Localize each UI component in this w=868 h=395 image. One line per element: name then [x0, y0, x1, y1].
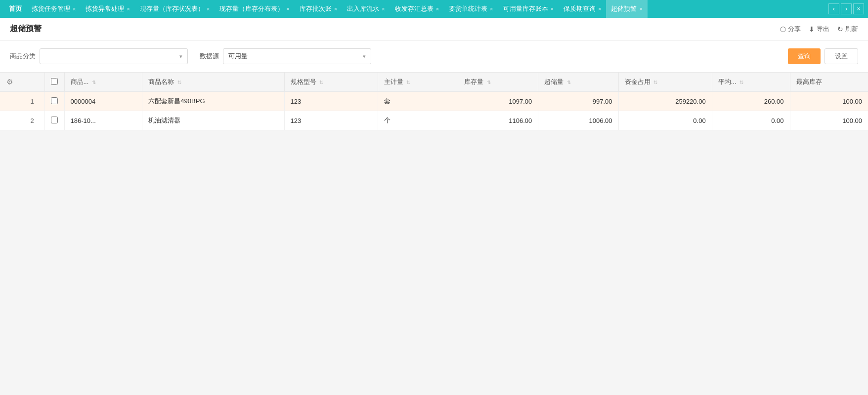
- th-avg[interactable]: 平均... ⇅: [712, 73, 790, 92]
- nav-in-out-flow[interactable]: 出入库流水 ×: [342, 0, 390, 18]
- th-settings[interactable]: ⚙: [0, 73, 20, 92]
- page-header: 超储预警 ⬡ 分享 ⬇ 导出 ↻ 刷新: [0, 18, 868, 40]
- row-checkbox[interactable]: [51, 97, 58, 104]
- nav-exception[interactable]: 拣货异常处理 ×: [81, 0, 134, 18]
- nav-close-icon[interactable]: ×: [73, 6, 76, 12]
- nav-batch-account-label: 库存批次账: [300, 4, 332, 13]
- th-max-stock-label: 最高库存: [796, 78, 822, 85]
- th-overstock-qty[interactable]: 超储量 ⇅: [538, 73, 618, 92]
- sort-icon: ⇅: [319, 79, 323, 85]
- nav-close-icon[interactable]: ×: [382, 6, 385, 12]
- th-product-code-label: 商品...: [71, 78, 89, 85]
- row-settings-cell: [0, 111, 20, 130]
- th-stock-qty[interactable]: 库存量 ⇅: [458, 73, 538, 92]
- header-actions: ⬡ 分享 ⬇ 导出 ↻ 刷新: [780, 25, 858, 34]
- export-label: 导出: [817, 25, 829, 34]
- export-icon: ⬇: [809, 25, 815, 33]
- nav-close-icon[interactable]: ×: [127, 6, 130, 12]
- page-title: 超储预警: [10, 24, 42, 34]
- datasource-filter-group: 数据源 可用量 ▾: [200, 48, 371, 64]
- row-index: 1: [20, 92, 44, 111]
- nav-arrow-right[interactable]: ›: [841, 3, 852, 14]
- export-button[interactable]: ⬇ 导出: [809, 25, 829, 34]
- nav-arrow-more[interactable]: ×: [853, 3, 864, 14]
- sort-icon: ⇅: [739, 79, 743, 85]
- row-overstock-qty: 997.00: [538, 92, 618, 111]
- select-all-checkbox[interactable]: [51, 78, 58, 85]
- nav-close-icon[interactable]: ×: [551, 6, 554, 12]
- nav-exception-label: 拣货异常处理: [86, 4, 124, 13]
- gear-icon[interactable]: ⚙: [6, 78, 13, 86]
- datasource-select[interactable]: 可用量 ▾: [223, 48, 371, 64]
- refresh-button[interactable]: ↻ 刷新: [837, 25, 858, 34]
- nav-stock-dist[interactable]: 现存量（库存分布表） ×: [215, 0, 294, 18]
- share-button[interactable]: ⬡ 分享: [780, 25, 801, 34]
- nav-home-label: 首页: [9, 4, 22, 13]
- row-overstock-qty: 1006.00: [538, 111, 618, 130]
- nav-batch-account[interactable]: 库存批次账 ×: [295, 0, 342, 18]
- nav-order-stats[interactable]: 要货单统计表 ×: [444, 0, 498, 18]
- category-select[interactable]: ▾: [40, 48, 188, 64]
- nav-task-mgmt-label: 拣货任务管理: [32, 4, 70, 13]
- nav-close-icon[interactable]: ×: [490, 6, 493, 12]
- row-checkbox-cell[interactable]: [44, 111, 64, 130]
- refresh-icon: ↻: [837, 25, 843, 33]
- nav-available-stock[interactable]: 可用量库存账本 ×: [498, 0, 559, 18]
- nav-close-icon[interactable]: ×: [334, 6, 337, 12]
- row-unit: 套: [378, 92, 458, 111]
- nav-close-icon[interactable]: ×: [639, 6, 642, 12]
- row-spec: 123: [284, 111, 378, 130]
- th-stock-qty-label: 库存量: [464, 78, 483, 85]
- th-capital-usage-label: 资金占用: [625, 78, 651, 85]
- nav-close-icon[interactable]: ×: [436, 6, 439, 12]
- chevron-down-icon: ▾: [363, 53, 366, 60]
- row-spec: 123: [284, 92, 378, 111]
- nav-arrow-left[interactable]: ‹: [828, 3, 839, 14]
- nav-overstock-alert-label: 超储预警: [611, 4, 637, 13]
- nav-home[interactable]: 首页: [4, 0, 27, 18]
- nav-close-icon[interactable]: ×: [598, 6, 601, 12]
- row-avg: 260.00: [712, 92, 790, 111]
- row-capital-usage: 259220.00: [618, 92, 712, 111]
- datasource-select-value: 可用量: [228, 52, 248, 61]
- row-checkbox[interactable]: [51, 117, 58, 123]
- sort-icon: ⇅: [92, 79, 96, 85]
- th-max-stock[interactable]: 最高库存: [790, 73, 868, 92]
- nav-expiry-query[interactable]: 保质期查询 ×: [559, 0, 606, 18]
- nav-expiry-query-label: 保质期查询: [564, 4, 596, 13]
- overstock-table: ⚙ 商品... ⇅ 商品名称 ⇅ 规格型号 ⇅: [0, 73, 868, 130]
- nav-summary-table[interactable]: 收发存汇总表 ×: [390, 0, 444, 18]
- nav-stock-status-label: 现存量（库存状况表）: [140, 4, 204, 13]
- th-capital-usage[interactable]: 资金占用 ⇅: [618, 73, 712, 92]
- th-spec[interactable]: 规格型号 ⇅: [284, 73, 378, 92]
- table-row: 1 0000004 六配套新昌490BPG 123 套 1097.00 997.…: [0, 92, 868, 111]
- th-product-name[interactable]: 商品名称 ⇅: [142, 73, 284, 92]
- filter-area: 商品分类 ▾ 数据源 可用量 ▾ 查询 设置: [0, 40, 868, 73]
- share-icon: ⬡: [780, 25, 786, 33]
- nav-task-mgmt[interactable]: 拣货任务管理 ×: [27, 0, 81, 18]
- th-avg-label: 平均...: [718, 78, 737, 85]
- th-index: [20, 73, 44, 92]
- nav-available-stock-label: 可用量库存账本: [503, 4, 548, 13]
- row-stock-qty: 1097.00: [458, 92, 538, 111]
- th-unit[interactable]: 主计量 ⇅: [378, 73, 458, 92]
- row-product-name: 机油滤清器: [142, 111, 284, 130]
- row-max-stock: 100.00: [790, 92, 868, 111]
- nav-in-out-flow-label: 出入库流水: [347, 4, 379, 13]
- row-product-code: 0000004: [64, 92, 142, 111]
- table-row: 2 186-10... 机油滤清器 123 个 1106.00 1006.00 …: [0, 111, 868, 130]
- query-button[interactable]: 查询: [788, 48, 821, 64]
- row-checkbox-cell[interactable]: [44, 92, 64, 111]
- nav-close-icon[interactable]: ×: [286, 6, 289, 12]
- filter-buttons: 查询 设置: [788, 48, 858, 64]
- th-checkbox[interactable]: [44, 73, 64, 92]
- th-unit-label: 主计量: [384, 78, 403, 85]
- table-container: ⚙ 商品... ⇅ 商品名称 ⇅ 规格型号 ⇅: [0, 73, 868, 130]
- sort-icon: ⇅: [653, 79, 657, 85]
- nav-close-icon[interactable]: ×: [207, 6, 210, 12]
- th-product-code[interactable]: 商品... ⇅: [64, 73, 142, 92]
- sort-icon: ⇅: [406, 79, 410, 85]
- settings-button[interactable]: 设置: [825, 48, 858, 64]
- nav-overstock-alert[interactable]: 超储预警 ×: [606, 0, 647, 18]
- nav-stock-status[interactable]: 现存量（库存状况表） ×: [135, 0, 215, 18]
